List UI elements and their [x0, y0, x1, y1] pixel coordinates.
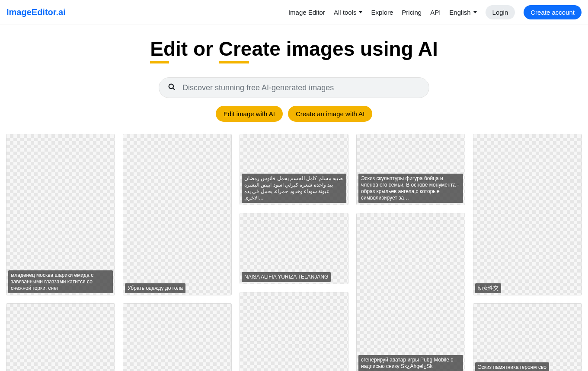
gallery-card[interactable]: сгенерируй аватар игры Pubg Mobile с над…: [356, 213, 465, 371]
gallery-caption: Эскиз памятника героям сво: [475, 362, 549, 371]
page-title: Edit or Create images using AI: [150, 37, 438, 61]
chevron-down-icon: [359, 11, 362, 13]
gallery-caption: 幼女性交: [475, 283, 501, 293]
gallery-card[interactable]: [240, 292, 348, 371]
gallery-card[interactable]: Убрать одежду до гола: [123, 134, 232, 295]
hero-word-edit: Edit: [150, 37, 188, 61]
gallery-caption: Эскиз скульптуры фигура бойца и членов е…: [358, 174, 463, 203]
gallery-image-placeholder: [473, 304, 582, 371]
search-input[interactable]: [182, 83, 420, 92]
nav-language-label: English: [449, 9, 470, 16]
nav-explore[interactable]: Explore: [371, 9, 393, 16]
hero-or: or: [188, 38, 219, 60]
search-icon: [168, 83, 176, 92]
search-bar[interactable]: [159, 77, 429, 98]
brand-logo[interactable]: ImageEditor.ai: [6, 7, 66, 17]
gallery-image-placeholder: [240, 292, 348, 371]
gallery-card[interactable]: Эскиз памятника героям сво: [473, 303, 582, 371]
navbar: ImageEditor.ai Image Editor All tools Ex…: [0, 0, 588, 25]
gallery-col-2: Убрать одежду до гола: [123, 134, 232, 371]
nav-api[interactable]: API: [430, 9, 441, 16]
nav-image-editor[interactable]: Image Editor: [288, 9, 325, 16]
edit-image-button[interactable]: Edit image with AI: [216, 106, 283, 122]
create-account-button[interactable]: Create account: [524, 5, 582, 19]
hero-rest: images using AI: [281, 38, 438, 60]
gallery-card[interactable]: Эскиз скульптуры фигура бойца и членов е…: [356, 134, 465, 205]
gallery-image-placeholder: [6, 304, 115, 371]
gallery-col-1: младенец москва шарики емида с завязанны…: [6, 134, 115, 371]
gallery-image-placeholder: [473, 134, 582, 295]
nav-right: Image Editor All tools Explore Pricing A…: [288, 5, 582, 19]
gallery-card[interactable]: [6, 303, 115, 371]
gallery-card[interactable]: 幼女性交: [473, 134, 582, 295]
svg-line-1: [173, 88, 175, 90]
search-wrap: [153, 77, 435, 98]
hero-word-create: Create: [219, 37, 281, 61]
gallery-card[interactable]: [123, 303, 232, 371]
gallery-caption: صبيه مسلم كامل الجسم يحمل فانوس رمضان بي…: [242, 174, 346, 203]
nav-all-tools[interactable]: All tools: [334, 9, 363, 16]
gallery: младенец москва шарики емида с завязанны…: [0, 134, 588, 371]
gallery-caption: NAISA ALIFIA YURIZA TELANJANG: [242, 272, 331, 282]
gallery-col-4: Эскиз скульптуры фигура бойца и членов е…: [356, 134, 465, 371]
gallery-caption: младенец москва шарики емида с завязанны…: [8, 270, 113, 293]
gallery-col-5: 幼女性交Эскиз памятника героям сво: [473, 134, 582, 371]
hero-actions: Edit image with AI Create an image with …: [0, 106, 588, 122]
chevron-down-icon: [473, 11, 477, 13]
nav-language[interactable]: English: [449, 9, 476, 16]
nav-pricing[interactable]: Pricing: [402, 9, 422, 16]
create-image-button[interactable]: Create an image with AI: [288, 106, 372, 122]
gallery-image-placeholder: [123, 134, 231, 295]
gallery-image-placeholder: [123, 304, 231, 371]
gallery-caption: Убрать одежду до гола: [125, 283, 185, 293]
gallery-caption: сгенерируй аватар игры Pubg Mobile с над…: [358, 355, 463, 371]
gallery-card[interactable]: صبيه مسلم كامل الجسم يحمل فانوس رمضان بي…: [240, 134, 348, 205]
hero: Edit or Create images using AI: [0, 25, 588, 65]
nav-all-tools-label: All tools: [334, 9, 357, 16]
gallery-card[interactable]: NAISA ALIFIA YURIZA TELANJANG: [240, 213, 348, 284]
gallery-card[interactable]: младенец москва шарики емида с завязанны…: [6, 134, 115, 295]
login-button[interactable]: Login: [486, 5, 515, 19]
gallery-image-placeholder: [357, 213, 465, 371]
gallery-col-3: صبيه مسلم كامل الجسم يحمل فانوس رمضان بي…: [240, 134, 348, 371]
